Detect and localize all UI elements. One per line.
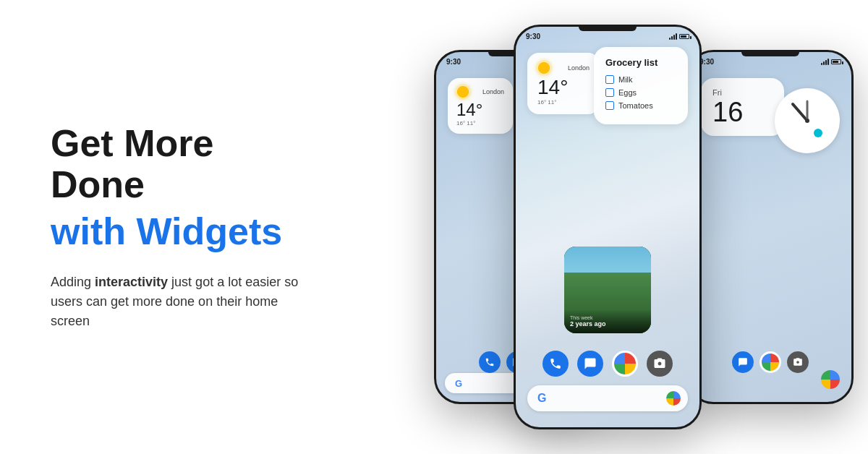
weather-widget-center: London 14° 16° 11° bbox=[527, 53, 600, 114]
time-left: 9:30 bbox=[446, 58, 461, 66]
assistant-circle-right bbox=[821, 370, 840, 389]
phone-right: 9:30 Fri 16 bbox=[687, 50, 854, 404]
city-left: London bbox=[482, 88, 504, 95]
grocery-title: Grocery list bbox=[605, 57, 676, 68]
temp-center: 14° bbox=[537, 77, 590, 98]
camera-app-center[interactable] bbox=[647, 351, 673, 377]
photo-years-ago: 2 years ago bbox=[570, 320, 645, 327]
checkbox-milk[interactable] bbox=[605, 75, 614, 84]
google-g-left: G bbox=[455, 378, 462, 389]
status-icons-right bbox=[821, 59, 841, 65]
google-g-center: G bbox=[537, 392, 546, 405]
grocery-widget-center: Grocery list Milk Eggs Tomatoes bbox=[594, 47, 688, 124]
photo-inner: This week 2 years ago bbox=[564, 247, 651, 333]
signal-right bbox=[821, 59, 829, 65]
description: Adding interactivity just got a lot easi… bbox=[51, 273, 304, 331]
range-center: 16° 11° bbox=[537, 99, 590, 106]
time-center: 9:30 bbox=[526, 33, 540, 40]
desc-adding: Adding bbox=[51, 275, 95, 289]
day-label-right: Fri bbox=[712, 88, 773, 97]
chrome-app-right[interactable] bbox=[760, 351, 781, 373]
phone-app-left[interactable] bbox=[479, 351, 501, 373]
city-center: London bbox=[568, 64, 590, 72]
date-widget-right: Fri 16 bbox=[701, 78, 784, 136]
clock-svg bbox=[775, 88, 840, 153]
phone-center: 9:30 London 14° 16° 11° Grocery li bbox=[514, 25, 702, 429]
messages-app-center[interactable] bbox=[577, 351, 603, 377]
checkbox-eggs[interactable] bbox=[605, 88, 614, 97]
status-icons-center bbox=[669, 34, 689, 40]
sun-icon-left bbox=[456, 85, 469, 98]
headline-line1: Get More Done bbox=[51, 123, 304, 205]
svg-point-3 bbox=[805, 119, 809, 123]
dock-center bbox=[516, 351, 699, 377]
time-right: 9:30 bbox=[699, 58, 714, 66]
assistant-icon-right[interactable] bbox=[821, 370, 840, 389]
photo-this-week: This week bbox=[570, 315, 645, 320]
range-left: 16° 11° bbox=[456, 120, 504, 127]
grocery-item-tomatoes[interactable]: Tomatoes bbox=[605, 101, 676, 110]
weather-top-left: London bbox=[456, 85, 504, 98]
day-text: Fri bbox=[712, 88, 722, 97]
grocery-item-eggs[interactable]: Eggs bbox=[605, 88, 676, 97]
left-section: Get More Done with Widgets Adding intera… bbox=[0, 80, 347, 375]
temp-left: 14° bbox=[456, 101, 504, 119]
photo-widget-center[interactable]: This week 2 years ago bbox=[564, 247, 651, 333]
phones-section: 9:30 London 14° 16° 11° bbox=[347, 0, 868, 454]
headline-line2: with Widgets bbox=[51, 211, 304, 252]
weather-widget-left: London 14° 16° 11° bbox=[448, 78, 513, 134]
top-bar-center: 9:30 bbox=[516, 27, 699, 43]
desc-interactivity: interactivity bbox=[95, 275, 168, 289]
phone-app-center[interactable] bbox=[542, 351, 569, 377]
grocery-item-milk[interactable]: Milk bbox=[605, 75, 676, 84]
eggs-label: Eggs bbox=[618, 88, 637, 97]
google-bar-center[interactable]: G bbox=[527, 385, 688, 411]
checkbox-tomatoes[interactable] bbox=[605, 101, 614, 110]
camera-app-right[interactable] bbox=[787, 351, 809, 373]
milk-label: Milk bbox=[618, 75, 633, 84]
top-bar-right: 9:30 bbox=[689, 52, 851, 69]
tomatoes-label: Tomatoes bbox=[618, 101, 653, 110]
signal-center bbox=[669, 34, 677, 40]
svg-point-2 bbox=[814, 129, 822, 137]
sun-icon-center bbox=[537, 61, 550, 74]
battery-right bbox=[831, 59, 841, 64]
date-number-right: 16 bbox=[712, 98, 773, 126]
battery-center bbox=[679, 34, 689, 39]
weather-top-center: London bbox=[537, 61, 590, 74]
messages-app-right[interactable] bbox=[732, 351, 754, 373]
photo-label: This week 2 years ago bbox=[564, 309, 651, 333]
clock-face-right bbox=[775, 88, 840, 153]
chrome-app-center[interactable] bbox=[612, 351, 638, 377]
svg-line-0 bbox=[793, 104, 807, 121]
assistant-center bbox=[666, 391, 681, 406]
